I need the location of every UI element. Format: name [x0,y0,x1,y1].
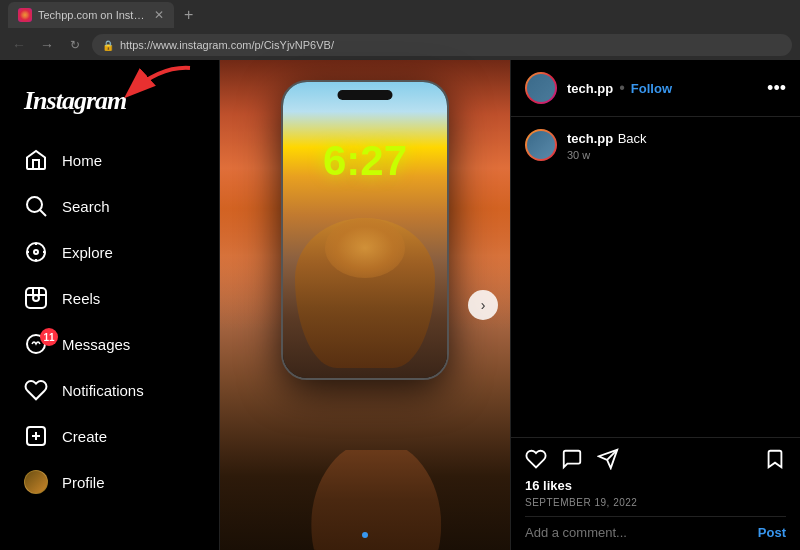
follow-separator: • [619,79,625,97]
phone-mockup: 6:27 [281,80,449,380]
right-panel: tech.pp • Follow ••• tech.pp Back 30 w [510,60,800,550]
phone-notch [338,90,393,100]
tab-favicon-icon [18,8,32,22]
home-icon [24,148,48,172]
refresh-button[interactable]: ↻ [64,34,86,56]
share-button[interactable] [597,448,619,470]
profile-avatar-icon [24,470,48,494]
tab-bar: Techpp.com on Instagram: "Back... ✕ + [0,0,800,30]
active-tab[interactable]: Techpp.com on Instagram: "Back... ✕ [8,2,174,28]
sidebar-item-notifications[interactable]: Notifications [12,368,207,412]
post-header-info: tech.pp • Follow [567,79,757,97]
sidebar-item-search[interactable]: Search [12,184,207,228]
sidebar-item-create[interactable]: Create [12,414,207,458]
post-author-username[interactable]: tech.pp [567,81,613,96]
add-comment-row: Post [525,516,786,540]
instagram-logo[interactable]: Instagram [12,76,207,136]
next-post-button[interactable]: › [468,290,498,320]
save-button[interactable] [764,448,786,470]
sidebar-item-reels-label: Reels [62,290,100,307]
instagram-sidebar: Instagram Home Search [0,60,220,550]
browser-chrome: Techpp.com on Instagram: "Back... ✕ + ← … [0,0,800,60]
sidebar-item-messages[interactable]: 11 Messages [12,322,207,366]
pagination-dot-1 [362,532,368,538]
caption-time: 30 w [567,149,786,161]
svg-point-0 [27,197,42,212]
back-button[interactable]: ← [8,34,30,56]
svg-rect-8 [26,288,46,308]
heart-icon [24,378,48,402]
create-icon [24,424,48,448]
more-options-button[interactable]: ••• [767,78,786,99]
sidebar-item-home[interactable]: Home [12,138,207,182]
post-comment-button[interactable]: Post [758,525,786,540]
sidebar-item-messages-label: Messages [62,336,130,353]
caption-author-avatar [525,129,557,161]
caption-author-name[interactable]: tech.pp [567,131,613,146]
post-date: September 19, 2022 [525,497,786,508]
post-header: tech.pp • Follow ••• [511,60,800,117]
sidebar-item-create-label: Create [62,428,107,445]
post-author-avatar [525,72,557,104]
likes-count: 16 likes [525,478,786,493]
svg-line-1 [40,210,46,216]
sidebar-item-profile-label: Profile [62,474,105,491]
svg-point-3 [34,250,38,254]
sidebar-item-reels[interactable]: Reels [12,276,207,320]
forward-button[interactable]: → [36,34,58,56]
search-icon [24,194,48,218]
post-image-area: 6:27 › [220,60,510,550]
tab-title: Techpp.com on Instagram: "Back... [38,9,148,21]
post-actions: 16 likes September 19, 2022 Post [511,437,800,550]
caption-content: tech.pp Back 30 w [567,129,786,161]
lock-icon: 🔒 [102,40,114,51]
sidebar-item-explore-label: Explore [62,244,113,261]
like-button[interactable] [525,448,547,470]
sidebar-item-profile[interactable]: Profile [12,460,207,504]
sidebar-item-search-label: Search [62,198,110,215]
phone-time: 6:27 [323,137,407,185]
nav-bar: ← → ↻ 🔒 https://www.instagram.com/p/CisY… [0,30,800,60]
follow-button[interactable]: Follow [631,81,672,96]
caption-text: Back [618,131,647,146]
url-bar[interactable]: 🔒 https://www.instagram.com/p/CisYjvNP6V… [92,34,792,56]
explore-icon [24,240,48,264]
new-tab-button[interactable]: + [178,4,199,26]
messages-badge: 11 [40,328,58,346]
tab-close-button[interactable]: ✕ [154,8,164,22]
comments-area: tech.pp Back 30 w [511,117,800,437]
pagination-dots [362,532,368,538]
comment-button[interactable] [561,448,583,470]
url-text: https://www.instagram.com/p/CisYjvNP6VB/ [120,39,782,51]
main-content: Instagram Home Search [0,60,800,550]
svg-point-2 [27,243,45,261]
reels-icon [24,286,48,310]
sidebar-item-notifications-label: Notifications [62,382,144,399]
comment-input[interactable] [525,525,750,540]
sidebar-item-explore[interactable]: Explore [12,230,207,274]
caption-item: tech.pp Back 30 w [525,129,786,161]
sidebar-item-home-label: Home [62,152,102,169]
action-icons-row [525,448,786,470]
